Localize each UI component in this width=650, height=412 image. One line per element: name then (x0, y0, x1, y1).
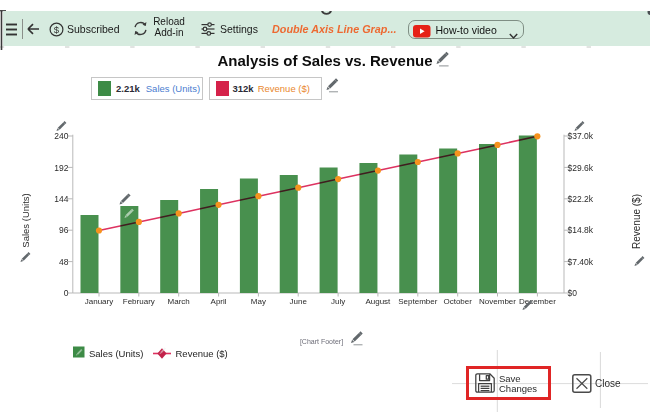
svg-text:144: 144 (54, 194, 68, 204)
svg-text:Sales (Units): Sales (Units) (89, 348, 143, 359)
svg-text:$7.40k: $7.40k (568, 257, 594, 267)
svg-text:$29.6k: $29.6k (568, 163, 594, 173)
svg-text:April: April (211, 297, 227, 306)
svg-text:December: December (519, 297, 556, 306)
svg-text:January: January (85, 297, 113, 306)
svg-text:240: 240 (54, 131, 68, 141)
svg-text:96: 96 (59, 225, 69, 235)
svg-text:Revenue ($): Revenue ($) (631, 194, 642, 249)
svg-text:June: June (290, 297, 308, 306)
svg-text:$37.0k: $37.0k (568, 131, 594, 141)
svg-text:March: March (168, 297, 190, 306)
svg-text:July: July (331, 297, 345, 306)
svg-text:November: November (479, 297, 516, 306)
svg-text:August: August (365, 297, 391, 306)
svg-text:May: May (251, 297, 266, 306)
svg-text:0: 0 (64, 288, 69, 298)
svg-text:February: February (123, 297, 155, 306)
svg-text:$0: $0 (568, 288, 578, 298)
svg-text:$22.2k: $22.2k (568, 194, 594, 204)
svg-text:[Chart Footer]: [Chart Footer] (300, 338, 343, 346)
svg-text:$: $ (54, 24, 60, 35)
svg-text:192: 192 (54, 163, 68, 173)
svg-text:$14.8k: $14.8k (568, 225, 594, 235)
svg-text:48: 48 (59, 257, 69, 267)
svg-text:Revenue ($): Revenue ($) (176, 348, 228, 359)
svg-text:Sales (Units): Sales (Units) (20, 193, 31, 247)
svg-text:September: September (398, 297, 437, 306)
svg-text:October: October (443, 297, 472, 306)
